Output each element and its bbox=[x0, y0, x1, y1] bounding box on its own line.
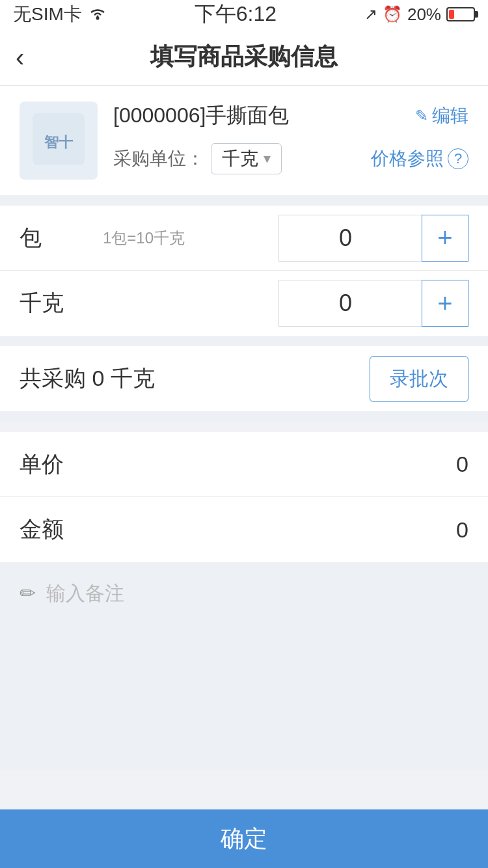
product-image: 智十 bbox=[20, 102, 98, 180]
amount-row: 金额 0 bbox=[0, 497, 488, 562]
pricing-section: 单价 0 金额 0 bbox=[0, 432, 488, 562]
product-info: [0000006]手撕面包 ✎ 编辑 采购单位： 千克 ▾ 价格参照 ? bbox=[113, 102, 468, 174]
amount-value: 0 bbox=[456, 517, 468, 543]
confirm-label: 确定 bbox=[221, 823, 267, 855]
price-label: 单价 bbox=[20, 450, 64, 480]
back-button[interactable]: ‹ bbox=[16, 42, 24, 72]
divider-1 bbox=[0, 195, 488, 206]
status-right: ↗ ⏰ 20% bbox=[364, 5, 475, 25]
bao-input[interactable] bbox=[278, 215, 422, 262]
battery-percent: 20% bbox=[407, 5, 441, 25]
bao-label: 包 bbox=[20, 223, 98, 253]
svg-point-0 bbox=[96, 17, 99, 20]
bao-sublabel: 1包=10千克 bbox=[103, 228, 185, 249]
kg-label: 千克 bbox=[20, 288, 98, 318]
price-value: 0 bbox=[456, 452, 468, 477]
carrier-label: 无SIM卡 bbox=[13, 2, 82, 27]
amount-label: 金额 bbox=[20, 515, 64, 545]
price-ref-label: 价格参照 bbox=[371, 146, 444, 171]
quantity-section: 包 1包=10千克 + 千克 + bbox=[0, 206, 488, 336]
kg-input[interactable] bbox=[278, 280, 422, 327]
unit-value: 千克 bbox=[222, 146, 258, 171]
product-name: [0000006]手撕面包 bbox=[113, 102, 289, 130]
alarm-icon: ⏰ bbox=[383, 5, 402, 23]
unit-label: 采购单位： bbox=[113, 146, 204, 171]
location-icon: ↗ bbox=[364, 5, 377, 23]
price-ref-button[interactable]: 价格参照 ? bbox=[371, 146, 468, 171]
bao-input-group: + bbox=[278, 215, 468, 262]
note-section[interactable]: ✏ 输入备注 bbox=[0, 562, 488, 770]
pencil-icon: ✏ bbox=[20, 582, 36, 604]
kg-input-group: + bbox=[278, 280, 468, 327]
purchase-unit-row: 采购单位： 千克 ▾ 价格参照 ? bbox=[113, 143, 468, 174]
bao-plus-button[interactable]: + bbox=[422, 215, 468, 262]
svg-text:智十: 智十 bbox=[44, 134, 74, 150]
status-time: 下午6:12 bbox=[195, 0, 277, 29]
edit-label: 编辑 bbox=[432, 103, 468, 128]
edit-icon: ✎ bbox=[415, 107, 428, 125]
batch-button[interactable]: 录批次 bbox=[370, 356, 468, 402]
chevron-down-icon: ▾ bbox=[264, 150, 271, 167]
kg-row: 千克 + bbox=[0, 271, 488, 336]
divider-2 bbox=[0, 336, 488, 346]
status-bar: 无SIM卡 下午6:12 ↗ ⏰ 20% bbox=[0, 0, 488, 29]
edit-button[interactable]: ✎ 编辑 bbox=[415, 103, 468, 128]
summary-row: 共采购 0 千克 录批次 bbox=[0, 346, 488, 411]
product-card: 智十 [0000006]手撕面包 ✎ 编辑 采购单位： 千克 ▾ 价格参照 ? bbox=[0, 86, 488, 195]
confirm-button[interactable]: 确定 bbox=[0, 809, 488, 868]
battery-icon bbox=[446, 7, 475, 21]
summary-text: 共采购 0 千克 bbox=[20, 364, 155, 394]
status-left: 无SIM卡 bbox=[13, 2, 107, 27]
unit-select[interactable]: 千克 ▾ bbox=[211, 143, 282, 174]
product-name-row: [0000006]手撕面包 ✎ 编辑 bbox=[113, 102, 468, 130]
note-placeholder: 输入备注 bbox=[46, 580, 124, 607]
divider-3 bbox=[0, 411, 488, 422]
wifi-icon bbox=[88, 4, 107, 25]
product-logo: 智十 bbox=[33, 113, 85, 169]
help-icon: ? bbox=[448, 148, 468, 169]
price-row: 单价 0 bbox=[0, 432, 488, 497]
kg-plus-button[interactable]: + bbox=[422, 280, 468, 327]
nav-bar: ‹ 填写商品采购信息 bbox=[0, 29, 488, 86]
bao-row: 包 1包=10千克 + bbox=[0, 206, 488, 271]
page-title: 填写商品采购信息 bbox=[150, 41, 338, 73]
